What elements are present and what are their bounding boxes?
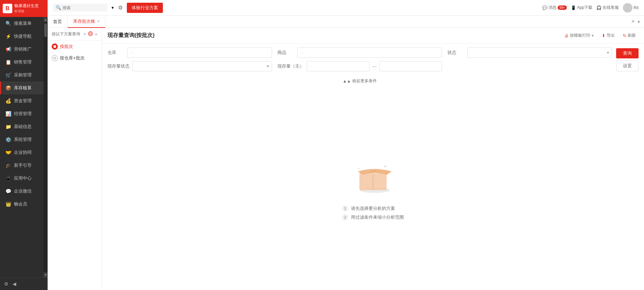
- sidebar-item-wechat[interactable]: 💬 企业微信: [0, 185, 44, 198]
- topbar-actions: 💬 消息 99+ 📱 App下载 🎧 在线客服 Rit: [542, 3, 639, 13]
- topbar-settings-icon[interactable]: ⚙: [118, 4, 123, 11]
- topbar-dropdown-icon[interactable]: ▾: [112, 5, 114, 10]
- scheme-warehouse-batch-icon: [52, 55, 58, 61]
- close-page-icon[interactable]: ×: [631, 18, 635, 25]
- export-button[interactable]: ⬆ 导出: [599, 31, 617, 40]
- toolbar-right: 🖨 按模板打印 ▾ ⬆ 导出 ↻ 刷新: [562, 31, 639, 40]
- product-label: 商品: [277, 50, 294, 56]
- stock-amount-min[interactable]: [307, 61, 370, 71]
- messages-btn[interactable]: 💬 消息 99+: [542, 5, 567, 11]
- purchase-icon: 🛒: [5, 72, 11, 78]
- query-button[interactable]: 查询: [616, 48, 639, 58]
- user-name: Rit: [633, 5, 639, 10]
- sidebar-item-purchase[interactable]: 🛒 采购管理: [0, 69, 44, 81]
- sidebar-item-operations[interactable]: 📊 经营管理: [0, 107, 44, 120]
- online-service-btn[interactable]: 🎧 在线客服: [596, 5, 619, 11]
- app-download-label: App下载: [577, 5, 592, 11]
- empty-svg: ✦ ✦: [353, 158, 397, 195]
- scheme-item-warehouse-batch[interactable]: 按仓库+批次: [48, 52, 102, 64]
- product-filter: 商品 ···: [277, 48, 442, 58]
- stock-amount-filter: 现存量（主） —: [277, 61, 442, 71]
- marketing-icon: 📢: [5, 46, 11, 52]
- query-toolbar: 现存量查询(按批次) 🖨 按模板打印 ▾ ⬆ 导出 ↻ 刷新: [102, 28, 644, 43]
- tabs-bar: 首页 库存批次账 × × ▾: [48, 16, 644, 28]
- scroll-up-button[interactable]: ▲: [44, 17, 48, 22]
- app-edition: 标准版: [14, 9, 39, 14]
- tab-close-icon[interactable]: ×: [97, 19, 100, 24]
- sidebar-item-operations-label: 经营管理: [14, 111, 32, 117]
- sidebar-item-sales[interactable]: 📋 销售管理: [0, 56, 44, 69]
- sidebar-item-marketing[interactable]: 📢 营销推广: [0, 43, 44, 56]
- scheme-batch-label: 按批次: [60, 43, 73, 50]
- warehouse-input[interactable]: ···: [127, 48, 272, 58]
- print-icon: 🖨: [564, 33, 569, 38]
- sidebar-item-finance[interactable]: 💰 资金管理: [0, 94, 44, 107]
- user-area[interactable]: Rit: [623, 3, 639, 13]
- sidebar-item-inventory[interactable]: 📦 库存核算: [0, 81, 44, 94]
- add-scheme-icon[interactable]: +: [83, 31, 86, 37]
- svg-text:✦: ✦: [358, 167, 360, 170]
- print-button[interactable]: 🖨 按模板打印 ▾: [562, 31, 596, 40]
- scroll-thumb: [44, 23, 47, 37]
- print-dropdown-icon[interactable]: ▾: [592, 33, 594, 38]
- product-input[interactable]: ···: [297, 48, 442, 58]
- sidebar-item-apps[interactable]: 📱 应用中心: [0, 172, 44, 185]
- hint-2-text: 用过滤条件来缩小分析范围: [351, 214, 404, 220]
- footer-collapse-icon[interactable]: ◀: [13, 281, 16, 287]
- sidebar-item-basic[interactable]: 📁 基础信息: [0, 120, 44, 133]
- topbar-search-input[interactable]: [63, 5, 97, 10]
- stock-status-select[interactable]: ▾: [132, 61, 272, 71]
- scheme-item-batch[interactable]: 按批次: [48, 41, 102, 52]
- scheme-settings-icon[interactable]: [88, 31, 93, 37]
- collapse-conditions-btn[interactable]: ▲▲ 收起更多条件: [341, 77, 378, 85]
- filter-row-2: 现存量状态 ▾ 现存量（主） —: [107, 61, 612, 71]
- page-content: 按以下方案查询 + «: [48, 28, 644, 290]
- app-download-btn[interactable]: 📱 App下载: [571, 5, 592, 11]
- sidebar-item-newbie[interactable]: 🎓 新手引导: [0, 159, 44, 172]
- refresh-icon: ↻: [623, 33, 626, 38]
- topbar: 🔍 ▾ ⚙ 体验行业方案 💬 消息 99+ 📱 App下载 🎧 在线客服 Rit: [48, 0, 644, 16]
- sidebar-item-system[interactable]: ⚙️ 系统管理: [0, 133, 44, 146]
- sidebar-item-quicknav[interactable]: ⚡ 快捷导航: [0, 30, 44, 43]
- collapse-row: ▲▲ 收起更多条件: [107, 75, 612, 85]
- tab-home[interactable]: 首页: [48, 16, 68, 28]
- sidebar-header: B 畅康通好生意 标准版: [0, 0, 48, 17]
- scroll-down-button[interactable]: ▼: [44, 272, 48, 277]
- empty-state: ✦ ✦ 1 请先选择要分析的方案 2 用过滤条件来缩小分析范围: [102, 88, 644, 290]
- messages-icon: 💬: [542, 5, 547, 10]
- status-dropdown-icon: ▾: [607, 50, 609, 55]
- hint-1-text: 请先选择要分析的方案: [351, 205, 395, 212]
- scheme-batch-icon: [52, 43, 58, 50]
- settings-button[interactable]: 设置: [616, 60, 639, 71]
- stock-amount-max[interactable]: [379, 61, 442, 71]
- refresh-button[interactable]: ↻ 刷新: [620, 31, 639, 40]
- sidebar: B 畅康通好生意 标准版 🔍 搜索菜单 ⚡ 快捷导航 📢 营销推广 📋 销售: [0, 0, 48, 290]
- download-icon: 📱: [571, 5, 576, 10]
- app-logo: B: [3, 4, 12, 13]
- panel-collapse-icon[interactable]: «: [95, 31, 98, 37]
- filter-section: 仓库 ··· 商品 ··· 状态: [102, 43, 644, 88]
- panel-header-label: 按以下方案查询: [52, 31, 80, 37]
- user-avatar: [623, 3, 632, 13]
- more-tabs-icon[interactable]: ▾: [638, 19, 640, 24]
- sidebar-item-quicknav-label: 快捷导航: [14, 33, 32, 39]
- panel-header-actions: + «: [83, 31, 98, 37]
- finance-icon: 💰: [5, 98, 11, 104]
- collab-icon: 🤝: [5, 149, 11, 156]
- empty-hints: 1 请先选择要分析的方案 2 用过滤条件来缩小分析范围: [342, 205, 404, 220]
- filter-fields: 仓库 ··· 商品 ··· 状态: [107, 48, 612, 88]
- trial-button[interactable]: 体验行业方案: [127, 3, 163, 13]
- sidebar-item-marketing-label: 营销推广: [14, 46, 32, 52]
- sidebar-item-vip[interactable]: 👑 畅会员: [0, 198, 44, 211]
- main-area: 🔍 ▾ ⚙ 体验行业方案 💬 消息 99+ 📱 App下载 🎧 在线客服 Rit: [48, 0, 644, 290]
- sidebar-item-search[interactable]: 🔍 搜索菜单: [0, 17, 44, 30]
- tab-inventory-batch[interactable]: 库存批次账 ×: [68, 16, 105, 28]
- page-title: 现存量查询(按批次): [107, 32, 155, 39]
- collapse-label: 收起更多条件: [352, 78, 377, 84]
- sidebar-nav: 🔍 搜索菜单 ⚡ 快捷导航 📢 营销推广 📋 销售管理 🛒 采购管理 📦: [0, 17, 44, 277]
- sidebar-item-collab[interactable]: 🤝 企业协同: [0, 146, 44, 159]
- footer-settings-icon[interactable]: ⚙: [4, 281, 9, 287]
- svg-point-1: [90, 33, 91, 35]
- status-select[interactable]: ▾: [467, 48, 612, 58]
- hint-2: 2 用过滤条件来缩小分析范围: [342, 214, 404, 220]
